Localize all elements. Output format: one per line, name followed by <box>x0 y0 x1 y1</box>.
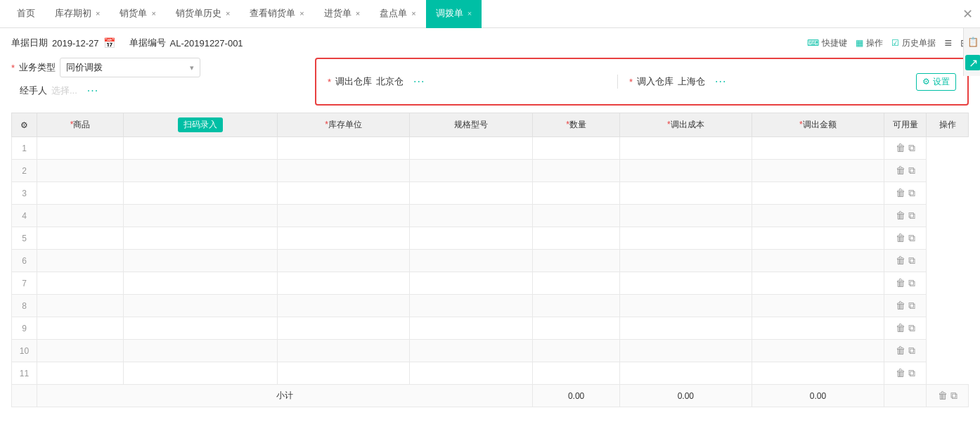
tab-sales-order[interactable]: 销货单× <box>110 0 165 28</box>
cell-available-7[interactable] <box>752 272 884 295</box>
tab-close-inventory-check[interactable]: × <box>411 9 415 18</box>
tab-close-sales-history[interactable]: × <box>226 9 230 18</box>
cell-spec-8[interactable] <box>277 295 409 317</box>
cell-available-8[interactable] <box>752 295 884 317</box>
copy-button-7[interactable]: ⧉ <box>908 277 915 288</box>
th-scan[interactable]: 扫码录入 <box>124 113 278 137</box>
cell-available-1[interactable] <box>752 137 884 160</box>
cell-goods-7[interactable] <box>37 272 124 295</box>
cell-available-10[interactable] <box>752 340 884 362</box>
tab-sales-history[interactable]: 销货单历史× <box>166 0 240 28</box>
cell-cost-7[interactable] <box>533 272 619 295</box>
layout1-button[interactable]: ≡ <box>944 37 952 49</box>
tab-close-view-sales[interactable]: × <box>299 9 304 18</box>
cell-available-11[interactable] <box>752 362 884 385</box>
cell-cost-10[interactable] <box>533 340 619 362</box>
cell-spec-11[interactable] <box>277 362 409 385</box>
copy-button-1[interactable]: ⧉ <box>908 142 915 153</box>
tab-view-sales[interactable]: 查看销货单× <box>240 0 314 28</box>
delete-button-7[interactable]: 🗑 <box>896 277 905 288</box>
cell-spec-6[interactable] <box>277 250 409 272</box>
cell-quantity-7[interactable] <box>410 272 533 295</box>
delete-button-4[interactable]: 🗑 <box>896 210 905 221</box>
cell-goods-2[interactable] <box>37 160 124 182</box>
cell-spec-10[interactable] <box>277 340 409 362</box>
cell-unit-4[interactable] <box>124 205 278 227</box>
cell-cost-3[interactable] <box>533 182 619 205</box>
window-close-button[interactable]: ✕ <box>962 6 973 22</box>
cell-available-9[interactable] <box>752 317 884 340</box>
cell-cost-4[interactable] <box>533 205 619 227</box>
copy-button-11[interactable]: ⧉ <box>908 367 915 378</box>
cell-unit-2[interactable] <box>124 160 278 182</box>
cell-amount-3[interactable] <box>619 182 752 205</box>
operation-button[interactable]: ▦ 操作 <box>856 37 883 49</box>
cell-cost-6[interactable] <box>533 250 619 272</box>
cell-goods-10[interactable] <box>37 340 124 362</box>
cell-spec-7[interactable] <box>277 272 409 295</box>
tab-home[interactable]: 首页 <box>7 0 45 28</box>
transfer-in-more-button[interactable]: ··· <box>715 75 726 88</box>
cell-amount-9[interactable] <box>619 317 752 340</box>
cell-cost-11[interactable] <box>533 362 619 385</box>
cell-amount-5[interactable] <box>619 227 752 250</box>
delete-button-5[interactable]: 🗑 <box>896 232 905 243</box>
cell-cost-2[interactable] <box>533 160 619 182</box>
cell-amount-8[interactable] <box>619 295 752 317</box>
cell-goods-4[interactable] <box>37 205 124 227</box>
copy-button-3[interactable]: ⧉ <box>908 187 915 198</box>
handler-more-button[interactable]: ··· <box>87 84 98 97</box>
date-value[interactable]: 2019-12-27 <box>52 38 99 49</box>
cell-unit-5[interactable] <box>124 227 278 250</box>
cell-spec-3[interactable] <box>277 182 409 205</box>
delete-button-3[interactable]: 🗑 <box>896 187 905 198</box>
cell-quantity-3[interactable] <box>410 182 533 205</box>
tab-purchase-order[interactable]: 进货单× <box>314 0 370 28</box>
delete-button-10[interactable]: 🗑 <box>896 345 905 356</box>
tab-close-purchase-order[interactable]: × <box>356 9 360 18</box>
cell-quantity-11[interactable] <box>410 362 533 385</box>
copy-button-5[interactable]: ⧉ <box>908 232 915 243</box>
cell-goods-5[interactable] <box>37 227 124 250</box>
cell-quantity-5[interactable] <box>410 227 533 250</box>
cell-unit-3[interactable] <box>124 182 278 205</box>
cell-amount-4[interactable] <box>619 205 752 227</box>
cell-amount-7[interactable] <box>619 272 752 295</box>
cell-unit-10[interactable] <box>124 340 278 362</box>
sidebar-doc-icon[interactable]: 📋 <box>965 34 980 49</box>
cell-available-2[interactable] <box>752 160 884 182</box>
cell-amount-11[interactable] <box>619 362 752 385</box>
history-button[interactable]: ☑ 历史单据 <box>891 37 936 49</box>
summary-delete-button[interactable]: 🗑 <box>938 390 948 401</box>
cell-unit-1[interactable] <box>124 137 278 160</box>
cell-quantity-9[interactable] <box>410 317 533 340</box>
tab-inventory-init[interactable]: 库存期初× <box>45 0 110 28</box>
cell-goods-3[interactable] <box>37 182 124 205</box>
copy-button-4[interactable]: ⧉ <box>908 210 915 221</box>
delete-button-2[interactable]: 🗑 <box>896 165 905 176</box>
tab-close-inventory-init[interactable]: × <box>96 9 100 18</box>
delete-button-1[interactable]: 🗑 <box>896 142 905 153</box>
cell-spec-1[interactable] <box>277 137 409 160</box>
transfer-out-more-button[interactable]: ··· <box>413 75 425 88</box>
cell-unit-6[interactable] <box>124 250 278 272</box>
copy-button-9[interactable]: ⧉ <box>908 322 915 333</box>
tab-close-transfer-order[interactable]: × <box>468 9 472 18</box>
tab-inventory-check[interactable]: 盘点单× <box>370 0 425 28</box>
cell-quantity-8[interactable] <box>410 295 533 317</box>
cell-available-3[interactable] <box>752 182 884 205</box>
copy-button-2[interactable]: ⧉ <box>908 165 915 176</box>
cell-available-4[interactable] <box>752 205 884 227</box>
cell-spec-9[interactable] <box>277 317 409 340</box>
cell-unit-9[interactable] <box>124 317 278 340</box>
cell-quantity-10[interactable] <box>410 340 533 362</box>
cell-amount-1[interactable] <box>619 137 752 160</box>
tab-transfer-order[interactable]: 调拨单× <box>426 0 482 28</box>
cell-available-5[interactable] <box>752 227 884 250</box>
cell-spec-4[interactable] <box>277 205 409 227</box>
cell-goods-8[interactable] <box>37 295 124 317</box>
delete-button-6[interactable]: 🗑 <box>896 255 905 266</box>
copy-button-8[interactable]: ⧉ <box>908 300 915 311</box>
cell-goods-6[interactable] <box>37 250 124 272</box>
cell-cost-5[interactable] <box>533 227 619 250</box>
